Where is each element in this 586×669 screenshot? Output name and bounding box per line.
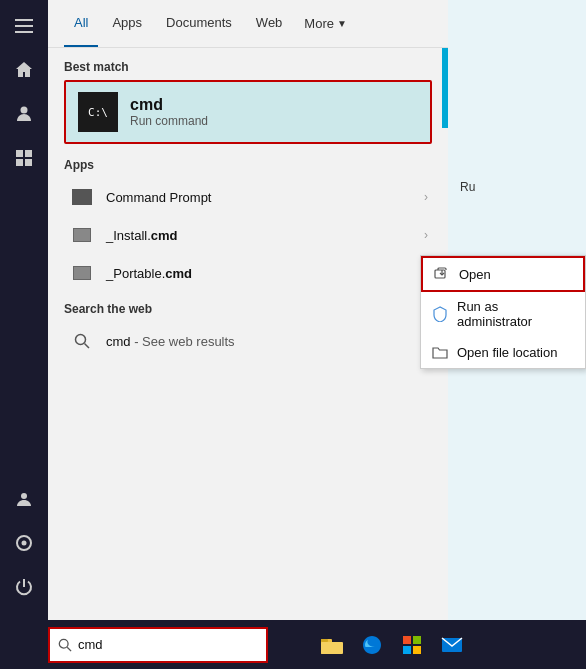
svg-rect-2 xyxy=(15,31,33,33)
grid-icon[interactable] xyxy=(0,136,48,180)
apps-section: Apps Command Prompt › _Install.cmd › xyxy=(64,158,432,292)
svg-line-15 xyxy=(67,647,71,651)
taskbar-right xyxy=(306,620,586,669)
open-location-label: Open file location xyxy=(457,345,557,360)
search-input[interactable] xyxy=(78,637,258,652)
svg-rect-17 xyxy=(321,642,343,654)
best-match-subtitle: Run command xyxy=(130,114,208,128)
svg-rect-22 xyxy=(413,646,421,654)
tab-all[interactable]: All xyxy=(64,0,98,47)
svg-rect-7 xyxy=(25,159,32,166)
best-match-label: Best match xyxy=(64,60,432,74)
svg-line-11 xyxy=(85,344,90,349)
best-match-title: cmd xyxy=(130,96,208,114)
svg-rect-6 xyxy=(16,159,23,166)
best-match-item[interactable]: C:\ cmd Run command xyxy=(64,80,432,144)
context-menu-open-location[interactable]: Open file location xyxy=(421,336,585,368)
tab-more[interactable]: More ▼ xyxy=(296,10,355,37)
sidebar xyxy=(0,0,48,669)
svg-rect-18 xyxy=(321,639,328,642)
context-menu-run-as-admin[interactable]: Run as administrator xyxy=(421,292,585,336)
store-icon[interactable] xyxy=(394,627,430,663)
person-icon[interactable] xyxy=(0,92,48,136)
edge-icon[interactable] xyxy=(354,627,390,663)
search-input-wrap[interactable] xyxy=(48,627,268,663)
app-item-label: _Portable.cmd xyxy=(106,266,424,281)
mail-icon[interactable] xyxy=(434,627,470,663)
right-panel-run-label: Ru xyxy=(456,180,586,194)
svg-rect-5 xyxy=(25,150,32,157)
svg-point-14 xyxy=(59,639,68,648)
svg-rect-1 xyxy=(15,25,33,27)
app-item-label: _Install.cmd xyxy=(106,228,424,243)
portable-cmd-icon xyxy=(68,261,96,285)
open-label: Open xyxy=(459,267,491,282)
svg-rect-0 xyxy=(15,19,33,21)
arrow-right-icon: › xyxy=(424,190,428,204)
search-icon xyxy=(58,638,72,652)
search-results-content: Best match C:\ cmd Run command Apps Comm… xyxy=(48,48,448,620)
app-item-label: Command Prompt xyxy=(106,190,424,205)
run-as-admin-label: Run as administrator xyxy=(457,299,575,329)
svg-point-10 xyxy=(76,335,86,345)
svg-rect-4 xyxy=(16,150,23,157)
arrow-right-icon: › xyxy=(424,228,428,242)
svg-rect-19 xyxy=(403,636,411,644)
cmd-large-icon: C:\ xyxy=(78,92,118,132)
file-explorer-icon[interactable] xyxy=(314,627,350,663)
svg-point-8 xyxy=(21,493,27,499)
hamburger-menu-icon[interactable] xyxy=(0,4,48,48)
web-search-section: Search the web cmd - See web results › xyxy=(64,302,432,360)
power-icon[interactable] xyxy=(0,565,48,609)
tab-web[interactable]: Web xyxy=(246,0,293,47)
search-bar xyxy=(0,620,586,669)
svg-rect-21 xyxy=(403,646,411,654)
open-icon xyxy=(433,265,451,283)
list-item[interactable]: Command Prompt › xyxy=(64,178,432,216)
user-account-icon[interactable] xyxy=(0,477,48,521)
svg-point-3 xyxy=(21,107,28,114)
tab-documents[interactable]: Documents xyxy=(156,0,242,47)
command-prompt-icon xyxy=(68,185,96,209)
web-search-item[interactable]: cmd - See web results › xyxy=(64,322,432,360)
home-icon[interactable] xyxy=(0,48,48,92)
list-item[interactable]: _Install.cmd › xyxy=(64,216,432,254)
svg-rect-20 xyxy=(413,636,421,644)
apps-section-label: Apps xyxy=(64,158,432,172)
folder-icon xyxy=(431,343,449,361)
svg-point-9 xyxy=(22,541,27,546)
tabs-bar: All Apps Documents Web More ▼ xyxy=(48,0,448,48)
install-cmd-icon xyxy=(68,223,96,247)
context-menu: Open Run as administrator Open file loca… xyxy=(420,255,586,369)
start-menu: All Apps Documents Web More ▼ Best match… xyxy=(48,0,448,620)
web-search-label: Search the web xyxy=(64,302,432,316)
list-item[interactable]: _Portable.cmd › xyxy=(64,254,432,292)
tab-apps[interactable]: Apps xyxy=(102,0,152,47)
settings-icon[interactable] xyxy=(0,521,48,565)
shield-icon xyxy=(431,305,449,323)
web-item-label: cmd - See web results xyxy=(106,334,424,349)
context-menu-open[interactable]: Open xyxy=(421,256,585,292)
search-web-icon xyxy=(68,329,96,353)
chevron-down-icon: ▼ xyxy=(337,18,347,29)
